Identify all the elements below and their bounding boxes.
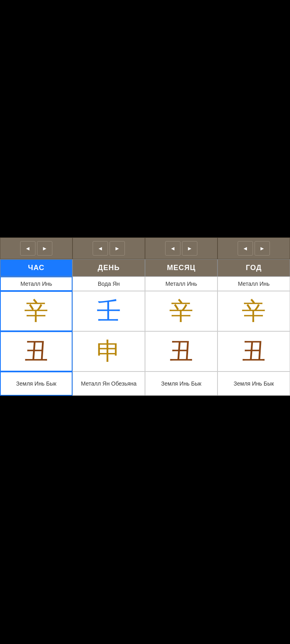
desc-cell-month: Земля Инь Бык: [145, 372, 218, 396]
hieroglyph-bottom-cell-month: 丑: [145, 331, 218, 372]
element-cell-day: Вода Ян: [72, 277, 145, 291]
hieroglyph-top-hour: 辛: [24, 299, 48, 323]
hieroglyph-top-year: 辛: [242, 299, 266, 323]
label-cell-year[interactable]: ГОД: [218, 259, 290, 277]
prev-btn-hour[interactable]: ◄: [20, 241, 35, 256]
next-btn-day[interactable]: ►: [110, 241, 125, 256]
element-cell-hour: Металл Инь: [0, 277, 72, 291]
next-btn-month[interactable]: ►: [182, 241, 197, 256]
hieroglyph-bottom-hour: 丑: [24, 339, 48, 363]
hieroglyph-bottom-year: 丑: [242, 339, 266, 363]
hieroglyph-top-cell-month: 辛: [145, 291, 218, 331]
hieroglyph-bottom-month: 丑: [169, 339, 193, 363]
hieroglyph-top-day: 壬: [97, 299, 121, 323]
prev-btn-month[interactable]: ◄: [165, 241, 180, 256]
element-cell-month: Металл Инь: [145, 277, 218, 291]
desc-cell-hour: Земля Инь Бык: [0, 372, 72, 396]
nav-cell-day: ◄►: [72, 237, 145, 259]
desc-cell-year: Земля Инь Бык: [218, 372, 290, 396]
next-btn-year[interactable]: ►: [255, 241, 270, 256]
hieroglyph-top-month: 辛: [169, 299, 193, 323]
label-cell-day[interactable]: ДЕНЬ: [72, 259, 145, 277]
grid-wrapper: ◄►◄►◄►◄►ЧАСДЕНЬМЕСЯЦГОДМеталл ИньВода Ян…: [0, 237, 290, 396]
label-cell-month[interactable]: МЕСЯЦ: [145, 259, 218, 277]
hieroglyph-bottom-cell-year: 丑: [218, 331, 290, 372]
next-btn-hour[interactable]: ►: [37, 241, 52, 256]
hieroglyph-bottom-cell-hour: 丑: [0, 331, 72, 372]
hieroglyph-bottom-cell-day: 申: [72, 331, 145, 372]
hieroglyph-top-cell-hour: 辛: [0, 291, 72, 331]
hieroglyph-top-cell-day: 壬: [72, 291, 145, 331]
hieroglyph-bottom-day: 申: [97, 339, 121, 363]
nav-cell-month: ◄►: [145, 237, 218, 259]
prev-btn-year[interactable]: ◄: [238, 241, 253, 256]
main-container: ◄►◄►◄►◄►ЧАСДЕНЬМЕСЯЦГОДМеталл ИньВода Ян…: [0, 237, 290, 396]
hieroglyph-top-cell-year: 辛: [218, 291, 290, 331]
nav-cell-year: ◄►: [218, 237, 290, 259]
label-cell-hour[interactable]: ЧАС: [0, 259, 72, 277]
desc-cell-day: Металл Ян Обезьяна: [72, 372, 145, 396]
nav-cell-hour: ◄►: [0, 237, 72, 259]
prev-btn-day[interactable]: ◄: [93, 241, 108, 256]
element-cell-year: Металл Инь: [218, 277, 290, 291]
